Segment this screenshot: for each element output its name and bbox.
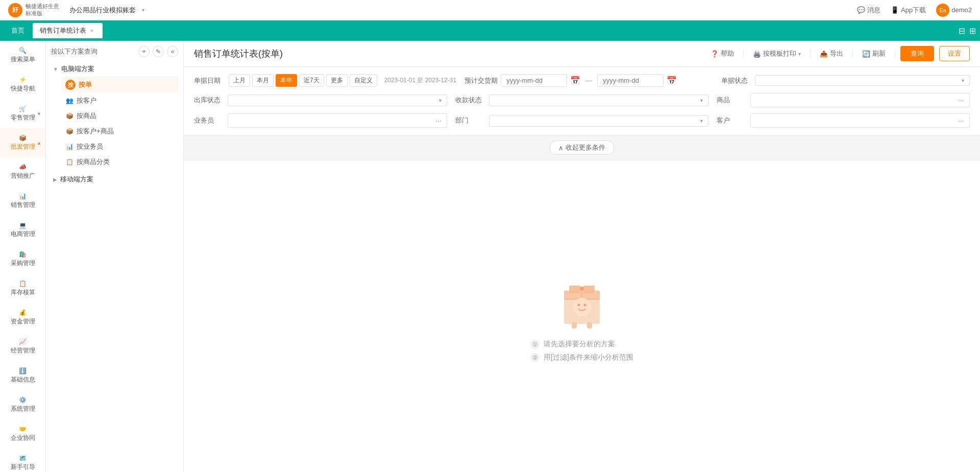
- help-btn[interactable]: ❓ 帮助: [706, 47, 738, 60]
- scheme-item-by-customer[interactable]: 👥 按客户: [61, 93, 178, 108]
- sidebar-item-sales[interactable]: 📊 销售管理: [0, 186, 45, 216]
- export-icon: 📤: [820, 50, 828, 58]
- expected-date-start[interactable]: [501, 74, 567, 87]
- divider3: [852, 50, 853, 58]
- more-btn[interactable]: 更多: [326, 74, 348, 87]
- salesperson-more-btn[interactable]: ···: [435, 116, 442, 125]
- scheme-item-by-product-category[interactable]: 📋 按商品分类: [61, 154, 178, 170]
- sidebar-item-finance[interactable]: 💰 资金管理: [0, 303, 45, 332]
- logo-area: 好 畅捷通好生意 标准版: [8, 3, 59, 17]
- this-year-btn[interactable]: 本年: [276, 74, 297, 87]
- sidebar-item-guide[interactable]: 🗺️ 新手引导: [0, 449, 45, 472]
- mobile-group-arrow: ▶: [53, 177, 57, 182]
- calendar-start-icon[interactable]: 📅: [570, 76, 580, 85]
- goods-group: 商品 ···: [717, 93, 970, 107]
- scheme-item-by-order[interactable]: 按 按单: [61, 77, 178, 93]
- expected-date-end[interactable]: [597, 74, 664, 87]
- scheme-item-by-customer-product[interactable]: 📦 按客户+商品: [61, 124, 178, 139]
- refresh-btn[interactable]: 🔄 刷新: [858, 47, 890, 60]
- settings-btn[interactable]: 设置: [939, 46, 970, 61]
- sidebar-item-retail[interactable]: 🛒 零售管理 ▼: [0, 99, 45, 128]
- sidebar: 🔍 搜索菜单 ⚡ 快捷导航 🛒 零售管理 ▼ 📦 批发管理 ▲ 📣 营销推广 📊…: [0, 41, 46, 472]
- bill-date-group: 单据日期 上月 本月 本年 近7天 更多 自定义 2023-01-01 至 20…: [194, 74, 456, 87]
- custom-btn[interactable]: 自定义: [350, 74, 377, 87]
- user-label: demo2: [951, 6, 972, 14]
- goods-input[interactable]: ···: [750, 93, 970, 107]
- scheme-group-pc-header[interactable]: ▼ 电脑端方案: [51, 61, 178, 77]
- retail-label: 零售管理: [11, 113, 35, 122]
- calendar-end-icon[interactable]: 📅: [667, 76, 677, 85]
- tab-sales-order-stats[interactable]: 销售订单统计表 ×: [33, 23, 103, 38]
- svg-point-4: [573, 298, 591, 316]
- scheme-group-mobile: ▶ 移动端方案: [51, 172, 178, 187]
- query-btn[interactable]: 查询: [900, 46, 934, 61]
- wholesale-icon: 📦: [19, 134, 27, 141]
- bill-status-dropdown[interactable]: ▾: [755, 75, 970, 86]
- sidebar-item-operations[interactable]: 📈 经营管理: [0, 332, 45, 361]
- sales-icon: 📊: [19, 193, 27, 200]
- maximize-btn[interactable]: ⊞: [969, 26, 976, 36]
- this-month-btn[interactable]: 本月: [252, 74, 274, 87]
- minimize-btn[interactable]: ⊟: [959, 26, 965, 36]
- operations-label: 经营管理: [11, 346, 35, 355]
- logo-line2: 标准版: [26, 10, 59, 17]
- edit-scheme-btn[interactable]: ✎: [153, 46, 164, 57]
- avatar: Ea: [936, 4, 949, 17]
- marketing-label: 营销推广: [11, 172, 35, 180]
- logo-icon: 好: [8, 3, 22, 17]
- scheme-group-mobile-header[interactable]: ▶ 移动端方案: [51, 172, 178, 187]
- sidebar-item-inventory[interactable]: 📋 库存核算: [0, 274, 45, 303]
- export-btn[interactable]: 📤 导出: [816, 47, 847, 60]
- sidebar-item-system[interactable]: ⚙️ 系统管理: [0, 390, 45, 419]
- top-title-dropdown-icon[interactable]: ▾: [142, 7, 144, 13]
- add-scheme-btn[interactable]: +: [138, 46, 150, 57]
- sidebar-item-purchase[interactable]: 🛍️ 采购管理: [0, 245, 45, 274]
- sidebar-item-search-menu[interactable]: 🔍 搜索菜单: [0, 41, 45, 70]
- payment-status-dropdown[interactable]: ▾: [489, 95, 708, 106]
- scheme-group-pc: ▼ 电脑端方案 按 按单 👥 按客户 📦: [51, 61, 178, 170]
- sidebar-item-enterprise[interactable]: 🤝 企业协同: [0, 419, 45, 449]
- date-range-display: 2023-01-01 至 2023-12-31: [384, 76, 456, 85]
- app-download-btn[interactable]: 📱 App下载: [891, 6, 926, 15]
- tab-close-btn[interactable]: ×: [88, 27, 95, 34]
- customer-input[interactable]: ···: [750, 113, 970, 128]
- sidebar-item-wholesale[interactable]: 📦 批发管理 ▲: [0, 128, 45, 157]
- department-dropdown[interactable]: ▾: [489, 115, 708, 127]
- empty-hint-1: ① 请先选择要分析的方案: [530, 340, 633, 349]
- collapse-more-btn[interactable]: ∧ 收起更多条件: [550, 140, 614, 155]
- sidebar-item-ecommerce[interactable]: 💻 电商管理: [0, 216, 45, 245]
- by-salesperson-icon: 📊: [65, 143, 74, 151]
- date-separator: —: [583, 77, 594, 84]
- goods-label: 商品: [717, 96, 747, 105]
- ship-status-label: 出库状态: [194, 96, 225, 105]
- salesperson-group: 业务员 ···: [194, 113, 447, 128]
- by-customer-product-icon: 📦: [65, 127, 74, 135]
- tab-home-label: 首页: [11, 26, 24, 35]
- print-dropdown-arrow[interactable]: ▾: [798, 51, 801, 57]
- collapse-bar: ∧ 收起更多条件: [184, 135, 980, 160]
- hint-number-2: ②: [530, 353, 540, 362]
- user-area[interactable]: Ea demo2: [936, 4, 972, 17]
- customer-group: 客户 ···: [717, 113, 970, 128]
- sidebar-item-quick-nav[interactable]: ⚡ 快捷导航: [0, 70, 45, 99]
- guide-label: 新手引导: [11, 463, 35, 471]
- finance-label: 资金管理: [11, 317, 35, 326]
- ship-status-dropdown[interactable]: ▾: [228, 95, 447, 106]
- sidebar-item-marketing[interactable]: 📣 营销推广: [0, 157, 45, 186]
- message-btn[interactable]: 💬 消息: [857, 6, 880, 15]
- last7-btn[interactable]: 近7天: [299, 74, 324, 87]
- sidebar-item-base-info[interactable]: ℹ️ 基础信息: [0, 361, 45, 390]
- tab-home[interactable]: 首页: [4, 23, 32, 38]
- template-print-btn[interactable]: 🖨️ 按模板打印 ▾: [749, 47, 805, 60]
- last-month-btn[interactable]: 上月: [229, 74, 250, 87]
- customer-more-btn[interactable]: ···: [958, 116, 964, 125]
- filter-row-2: 出库状态 ▾ 收款状态 ▾ 商品: [194, 93, 970, 107]
- system-icon: ⚙️: [19, 396, 27, 404]
- salesperson-input[interactable]: ···: [228, 113, 447, 128]
- collapse-panel-btn[interactable]: «: [167, 46, 178, 57]
- scheme-item-by-product[interactable]: 📦 按商品: [61, 108, 178, 124]
- date-quick-btns: 上月 本月 本年 近7天 更多 自定义: [229, 74, 377, 87]
- goods-more-btn[interactable]: ···: [958, 96, 964, 104]
- scheme-item-by-salesperson[interactable]: 📊 按业务员: [61, 139, 178, 154]
- refresh-label: 刷新: [872, 49, 886, 58]
